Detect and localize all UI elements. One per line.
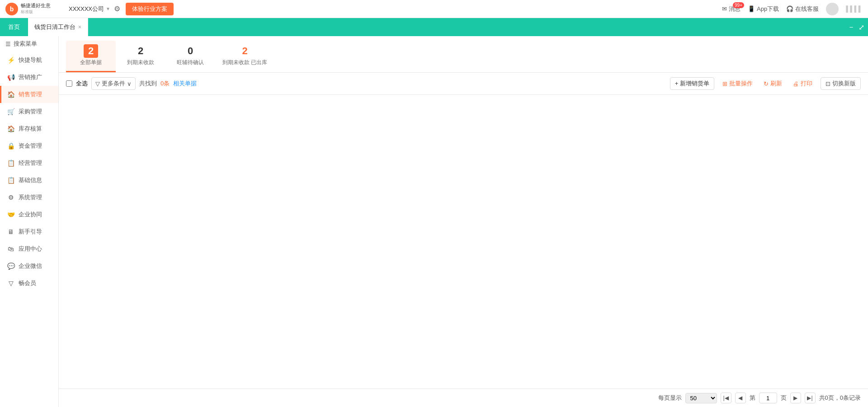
home-tab[interactable]: 首页 [0, 18, 28, 36]
filter-button[interactable]: ▽ 更多条件 ∨ [91, 77, 136, 90]
sidebar-icon-8: ⚙ [7, 193, 15, 201]
tab-close-icon[interactable]: × [78, 24, 81, 30]
prev-page-btn[interactable]: ◀ [735, 393, 746, 403]
logo-area: b 畅捷通好生意 标准版 [5, 3, 64, 15]
stat-tab-shipped[interactable]: 2 到期未收款 已出库 [215, 41, 274, 72]
logo-text-block: 畅捷通好生意 标准版 [21, 3, 51, 14]
toolbar: 全选 ▽ 更多条件 ∨ 共找到 0条 相关单据 + 新增销货单 ⊞ 批量操作 ↻ [59, 73, 868, 95]
sidebar-item-10[interactable]: 🖥新手引导 [0, 223, 58, 240]
company-selector[interactable]: XXXXXX公司 ▼ [69, 5, 110, 13]
headset-icon: 🎧 [786, 5, 793, 12]
sidebar-item-6[interactable]: 📋经营管理 [0, 154, 58, 172]
switch-label: 切换新版 [832, 80, 856, 88]
stat-label-shipped: 到期未收款 已出库 [222, 59, 267, 66]
logo-line1: 畅捷通好生意 [21, 3, 51, 9]
avatar[interactable] [826, 3, 839, 15]
sidebar-item-12[interactable]: 💬企业微信 [0, 257, 58, 275]
sidebar-item-9[interactable]: 🤝企业协同 [0, 206, 58, 223]
total-info: 共0页，0条记录 [819, 394, 861, 402]
stat-num-all: 2 [88, 45, 94, 57]
sidebar-icon-5: 🔒 [7, 142, 15, 150]
app-download-label: App下载 [757, 5, 779, 13]
select-all-label: 全选 [76, 80, 88, 88]
sidebar-icon-4: 🏠 [7, 125, 15, 133]
tab-expand-btn[interactable]: ⤢ [859, 23, 864, 32]
sidebar: ☰ 搜索菜单 ⚡快捷导航📢营销推广🏠销售管理🛒采购管理🏠库存核算🔒资金管理📋经营… [0, 36, 59, 407]
sidebar-item-0[interactable]: ⚡快捷导航 [0, 51, 58, 69]
switch-version-btn[interactable]: ⊡ 切换新版 [821, 77, 861, 90]
refresh-label: 刷新 [770, 80, 782, 88]
switch-icon: ⊡ [826, 80, 830, 87]
per-page-select[interactable]: 50 20 100 [685, 393, 717, 403]
select-all-checkbox[interactable] [66, 80, 72, 87]
sidebar-icon-3: 🛒 [7, 108, 15, 116]
sidebar-item-3[interactable]: 🛒采购管理 [0, 103, 58, 120]
page-suffix: 页 [781, 394, 787, 402]
sidebar-item-1[interactable]: 📢营销推广 [0, 69, 58, 86]
first-page-btn[interactable]: |◀ [721, 393, 731, 403]
toolbar-right: + 新增销货单 ⊞ 批量操作 ↻ 刷新 🖨 打印 ⊡ 切换新版 [670, 77, 861, 90]
sidebar-icon-11: 🛍 [7, 245, 15, 253]
stats-tabs: 2 全部单据 2 到期未收款 0 旺辅待确认 2 到期未收款 已出 [59, 36, 868, 73]
sidebar-items: ⚡快捷导航📢营销推广🏠销售管理🛒采购管理🏠库存核算🔒资金管理📋经营管理📋基础信息… [0, 51, 58, 292]
batch-icon: ⊞ [722, 80, 727, 87]
company-name: XXXXXX公司 [69, 5, 104, 13]
top-bar: b 畅捷通好生意 标准版 XXXXXX公司 ▼ ⚙ 体验行业方案 ✉ 消息 99… [0, 0, 868, 18]
sidebar-icon-1: 📢 [7, 73, 15, 81]
active-tab[interactable]: 钱货日清工作台 × [28, 18, 88, 36]
sidebar-icon-6: 📋 [7, 159, 15, 167]
sidebar-item-7[interactable]: 📋基础信息 [0, 172, 58, 189]
message-icon: ✉ [722, 5, 727, 12]
content-area: 2 全部单据 2 到期未收款 0 旺辅待确认 2 到期未收款 已出 [59, 36, 868, 407]
tab-minimize-btn[interactable]: － [848, 23, 855, 32]
sidebar-item-13[interactable]: ▽畅会员 [0, 275, 58, 292]
user-name[interactable]: ▌▌▌▌ [846, 5, 863, 12]
found-count: 0条 [160, 80, 170, 88]
sidebar-item-8[interactable]: ⚙系统管理 [0, 189, 58, 206]
stat-tab-overdue[interactable]: 2 到期未收款 [116, 41, 165, 72]
sidebar-item-5[interactable]: 🔒资金管理 [0, 137, 58, 154]
online-service-btn[interactable]: 🎧 在线客服 [786, 5, 819, 13]
search-icon: ☰ [5, 41, 11, 47]
batch-btn[interactable]: ⊞ 批量操作 [720, 78, 755, 89]
sidebar-item-4[interactable]: 🏠库存核算 [0, 120, 58, 137]
related-orders-link[interactable]: 相关单据 [173, 80, 197, 88]
sidebar-item-2[interactable]: 🏠销售管理 [0, 86, 58, 103]
table-area [59, 95, 868, 388]
print-label: 打印 [801, 80, 812, 88]
sidebar-icon-0: ⚡ [7, 56, 15, 64]
online-service-label: 在线客服 [795, 5, 819, 13]
next-page-btn[interactable]: ▶ [790, 393, 801, 403]
stat-label-overdue: 到期未收款 [127, 59, 154, 66]
top-right-area: ✉ 消息 99+ 📱 App下载 🎧 在线客服 ▌▌▌▌ [722, 3, 863, 15]
search-menu-label: 搜索菜单 [14, 40, 37, 48]
refresh-btn[interactable]: ↻ 刷新 [761, 78, 785, 89]
search-menu[interactable]: ☰ 搜索菜单 [0, 36, 58, 51]
sidebar-icon-2: 🏠 [7, 90, 15, 98]
stat-num-overdue: 2 [138, 45, 143, 57]
sidebar-icon-13: ▽ [7, 279, 15, 287]
stat-label-all: 全部单据 [80, 59, 102, 66]
trial-button[interactable]: 体验行业方案 [126, 3, 174, 15]
page-label: 第 [750, 394, 755, 402]
filter-label: 更多条件 [102, 80, 125, 88]
app-download-btn[interactable]: 📱 App下载 [748, 5, 779, 13]
stat-tab-all[interactable]: 2 全部单据 [66, 41, 116, 72]
sidebar-item-11[interactable]: 🛍应用中心 [0, 240, 58, 257]
logo-icon: b [5, 3, 18, 15]
stat-label-wangfu: 旺辅待确认 [177, 59, 204, 66]
refresh-icon: ↻ [764, 80, 769, 87]
active-tab-label: 钱货日清工作台 [34, 23, 75, 31]
stat-tab-wangfu[interactable]: 0 旺辅待确认 [165, 41, 215, 72]
page-input[interactable] [759, 393, 777, 403]
download-icon: 📱 [748, 5, 755, 12]
new-order-button[interactable]: + 新增销货单 [670, 77, 714, 90]
tab-bar: 首页 钱货日清工作台 × － ⤢ [0, 18, 868, 36]
print-btn[interactable]: 🖨 打印 [790, 78, 815, 89]
last-page-btn[interactable]: ▶| [805, 393, 816, 403]
print-icon: 🖨 [793, 80, 799, 87]
message-btn[interactable]: ✉ 消息 99+ [722, 5, 741, 13]
sidebar-icon-9: 🤝 [7, 211, 15, 219]
settings-icon[interactable]: ⚙ [114, 5, 120, 13]
sidebar-icon-10: 🖥 [7, 228, 15, 236]
